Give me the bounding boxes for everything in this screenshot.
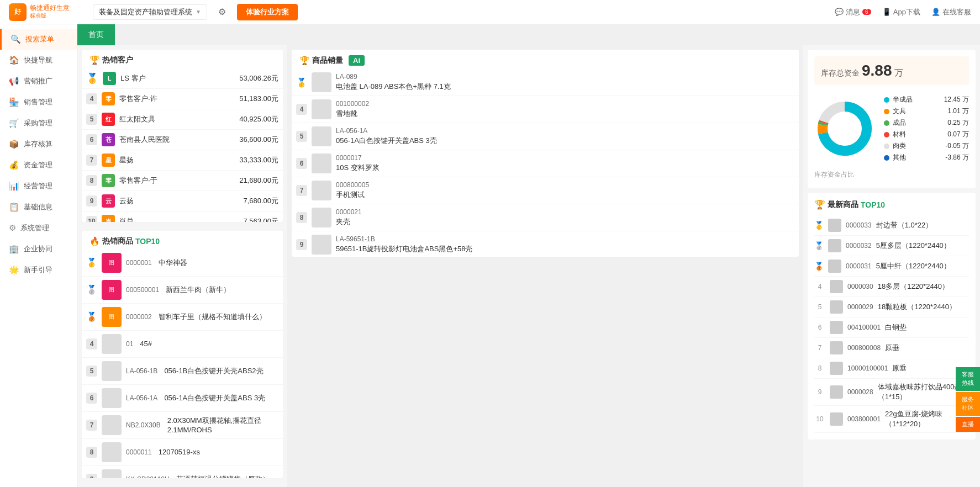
legend-item: 半成品 12.45 万	[884, 94, 969, 105]
product-thumbnail	[828, 260, 841, 273]
products-sold-title: 🏆 商品销量 Ai	[292, 50, 799, 69]
list-item: 8 零 零售客户-于 21,680.00元	[82, 171, 283, 191]
list-item: 8 0000021 夹壳	[292, 204, 799, 231]
sidebar-item-stock[interactable]: 📦 库存核算	[0, 134, 77, 155]
sidebar-item-guide[interactable]: 🌟 新手引导	[0, 260, 77, 280]
sidebar-item-nav[interactable]: 🏠 快捷导航	[0, 50, 77, 71]
company-icon: 🏢	[9, 244, 19, 254]
hot-products-section: 🔥 热销商品 TOP10 🥇 图 0000001 中华神器 🥈	[82, 231, 283, 478]
donut-chart	[814, 98, 875, 159]
tab-home[interactable]: 首页	[77, 24, 115, 45]
sidebar-item-search[interactable]: 🔍 搜索菜单	[0, 29, 77, 50]
list-item: 6 004100001 白钢垫	[814, 317, 969, 338]
product-thumbnail	[312, 99, 331, 119]
phone-icon: 📱	[882, 8, 891, 16]
list-item: 🥈 0000032 5厘多层（1220*2440）	[814, 236, 969, 256]
product-thumbnail	[312, 126, 331, 146]
avatar: 星	[102, 153, 115, 167]
medal-bronze-icon: 🥉	[814, 262, 824, 271]
app-download-button[interactable]: 📱 App下载	[882, 7, 920, 17]
sales-icon: 🏪	[9, 97, 19, 107]
product-thumbnail	[828, 239, 841, 252]
trophy-icon: 🏆	[814, 199, 825, 210]
chevron-down-icon: ▼	[196, 9, 201, 15]
avatar: 肖	[102, 215, 115, 222]
stock-unit: 万	[894, 67, 903, 79]
stock-title-label: 库存总资金	[821, 68, 860, 78]
list-item: 🥇 图 0000001 中华神器	[82, 250, 283, 277]
sidebar-item-marketing[interactable]: 📢 营销推广	[0, 71, 77, 92]
legend-item: 其他 -3.86 万	[884, 152, 969, 163]
legend-item: 文具 1.01 万	[884, 105, 969, 117]
message-button[interactable]: 💬 消息 6	[835, 7, 871, 17]
product-thumbnail	[830, 300, 843, 314]
trial-button[interactable]: 体验行业方案	[237, 4, 298, 20]
list-item: 4 001000002 雪地靴	[292, 96, 799, 123]
products-sold-section: 🏆 商品销量 Ai 🥇 LA-089 电池盖 LA-089 ABS本色+黑种 7…	[292, 50, 799, 257]
online-service-button[interactable]: 👤 在线客服	[931, 7, 971, 17]
sidebar-item-purchase[interactable]: 🛒 采购管理	[0, 113, 77, 134]
products-sold-list: 🥇 LA-089 电池盖 LA-089 ABS本色+黑种 7.1克 4	[292, 69, 799, 257]
list-item: 9 0000028 体域嘉枚味苏打饮品400毫升（1*15）	[814, 379, 969, 406]
ai-badge: Ai	[349, 55, 365, 66]
list-item: 5 红 红太阳文具 40,925.00元	[82, 109, 283, 130]
settings-button[interactable]: ⚙	[214, 4, 230, 20]
sidebar-item-finance[interactable]: 💰 资金管理	[0, 155, 77, 176]
list-item: 🥇 L LS 客户 53,006.26元	[82, 68, 283, 89]
avatar: 红	[102, 113, 115, 126]
customer-service-button[interactable]: 客服 热线	[956, 367, 980, 391]
finance-icon: 💰	[9, 160, 19, 170]
product-thumbnail	[830, 321, 843, 334]
product-thumbnail	[830, 412, 843, 426]
product-thumbnail	[830, 385, 843, 399]
list-item: 9 云 云扬 7,680.00元	[82, 191, 283, 211]
product-thumbnail	[312, 181, 331, 200]
medal-bronze-icon: 🥉	[86, 311, 97, 322]
product-thumbnail	[312, 72, 331, 92]
service-community-button[interactable]: 服务 社区	[956, 392, 980, 416]
product-thumbnail	[830, 362, 843, 375]
sidebar-item-system[interactable]: ⚙ 系统管理	[0, 218, 77, 239]
stock-legend: 半成品 12.45 万 文具 1.01 万 成品 0	[884, 94, 969, 163]
product-thumbnail	[102, 361, 122, 381]
list-item: 6 LA-056-1A 056-1A白色按键开关盖ABS 3壳	[82, 385, 283, 412]
hot-customers-section: 🏆 热销客户 🥇 L LS 客户 53,006.26元 4 零	[82, 50, 283, 222]
sidebar-item-base[interactable]: 📋 基础信息	[0, 197, 77, 218]
main-panels: 🏆 热销客户 🥇 L LS 客户 53,006.26元 4 零	[77, 45, 980, 487]
gear-icon: ⚙	[218, 7, 226, 17]
newest-products-card: 🏆 最新商品 TOP10 🥇 0000033 封边带（1.0*22） 🥈	[808, 193, 976, 440]
sidebar-item-sales[interactable]: 🏪 销售管理	[0, 92, 77, 113]
live-stream-button[interactable]: 直播	[956, 417, 980, 432]
logo-icon: 好	[9, 3, 27, 21]
list-item: 7 000800008 原垂	[814, 338, 969, 358]
hot-customers-title: 🏆 热销客户	[82, 50, 283, 68]
list-item: 🥉 0000031 5厘中纤（1220*2440）	[814, 256, 969, 277]
logo-text: 畅捷通好生意 标准版	[30, 4, 70, 20]
product-thumbnail	[830, 341, 843, 354]
search-icon: 🔍	[10, 34, 21, 44]
sidebar-item-company[interactable]: 🏢 企业协同	[0, 239, 77, 260]
content-area: 首页 🏆 热销客户 🥇 L LS 客户 53	[77, 24, 980, 487]
avatar: L	[103, 72, 116, 85]
legend-item: 材料 0.07 万	[884, 129, 969, 140]
legend-item: 成品 0.25 万	[884, 117, 969, 129]
medal-gold-icon: 🥇	[296, 77, 307, 88]
product-thumbnail: 图	[102, 307, 122, 327]
product-thumbnail	[102, 388, 122, 408]
newest-products-list: 🥇 0000033 封边带（1.0*22） 🥈 0000032 5厘多层（122…	[814, 215, 969, 433]
float-buttons: 客服 热线 服务 社区 直播	[956, 367, 980, 432]
product-thumbnail	[312, 208, 331, 227]
hot-products-title: 🔥 热销商品 TOP10	[82, 231, 283, 250]
product-thumbnail	[102, 442, 122, 462]
medal-silver-icon: 🥈	[814, 241, 824, 250]
right-panel: 库存总资金 9.88 万	[803, 45, 980, 487]
sidebar-item-operations[interactable]: 📊 经营管理	[0, 176, 77, 197]
list-item: 10 肖 肖总 7,563.00元	[82, 211, 283, 222]
products-sold-panel: 🏆 商品销量 Ai 🥇 LA-089 电池盖 LA-089 ABS本色+黑种 7…	[287, 45, 803, 487]
list-item: 🥇 0000033 封边带（1.0*22）	[814, 215, 969, 236]
base-icon: 📋	[9, 202, 19, 212]
list-item: 5 LA-056-1B 056-1B白色按键开关壳ABS2壳	[82, 358, 283, 385]
system-selector[interactable]: 装备及固定资产辅助管理系统 ▼	[93, 4, 207, 20]
avatar: 零	[102, 92, 115, 105]
list-item: 9 LA-59651-1B 59651-1B旋转投影灯电池盒ABS黑色+58壳	[292, 231, 799, 257]
